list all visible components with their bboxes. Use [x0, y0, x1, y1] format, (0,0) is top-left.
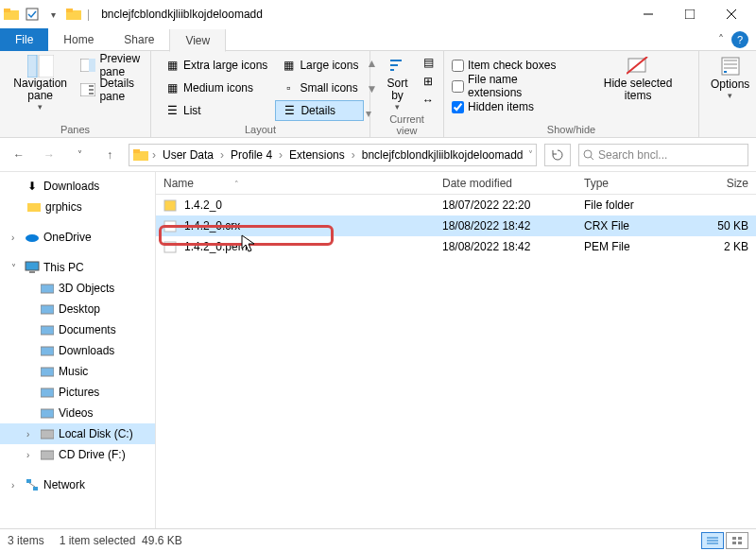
up-button[interactable]: ↑: [98, 144, 121, 166]
svg-rect-32: [41, 305, 54, 314]
tree-videos[interactable]: Videos: [0, 403, 155, 423]
layout-medium[interactable]: ▦Medium icons: [159, 77, 273, 98]
size-columns-icon[interactable]: ↔: [421, 93, 436, 108]
layout-extra-large[interactable]: ▦Extra large icons: [159, 55, 273, 76]
col-date[interactable]: Date modified: [435, 177, 576, 190]
svg-rect-44: [164, 221, 176, 232]
tab-share[interactable]: Share: [109, 28, 169, 51]
crumb-userdata[interactable]: User Data: [160, 148, 216, 162]
folder-icon: [4, 7, 19, 22]
search-input[interactable]: Search bncl...: [578, 144, 748, 166]
svg-rect-43: [164, 200, 176, 211]
minimize-button[interactable]: [627, 1, 669, 27]
crumb-extensions[interactable]: Extensions: [286, 148, 348, 162]
svg-point-28: [26, 234, 39, 242]
tree-network[interactable]: ›Network: [0, 474, 155, 495]
svg-rect-41: [33, 487, 38, 491]
layout-large[interactable]: ▦Large icons: [275, 55, 364, 76]
sort-by-button[interactable]: Sort by ▾: [378, 55, 417, 112]
add-columns-icon[interactable]: ⊞: [421, 74, 436, 89]
file-row[interactable]: 1.4.2_0.crx18/08/2022 18:42CRX File50 KB: [156, 215, 756, 236]
forward-button[interactable]: →: [38, 144, 60, 166]
help-icon[interactable]: ?: [731, 31, 748, 48]
tab-file[interactable]: File: [0, 28, 48, 51]
file-row[interactable]: 1.4.2_0.pem18/08/2022 18:42PEM File2 KB: [156, 236, 756, 257]
tree-music[interactable]: Music: [0, 361, 155, 382]
tree-pictures[interactable]: Pictures: [0, 382, 155, 403]
tree-documents[interactable]: Documents: [0, 319, 155, 340]
svg-rect-50: [738, 537, 742, 540]
preview-pane-button[interactable]: Preview pane: [80, 55, 143, 76]
status-bar: 3 items 1 item selected 49.6 KB: [0, 528, 756, 551]
layout-small[interactable]: ▫Small icons: [275, 77, 364, 98]
tab-home[interactable]: Home: [48, 28, 109, 51]
file-list: Name ˄ Date modified Type Size 1.4.2_018…: [156, 172, 756, 528]
refresh-button[interactable]: [544, 144, 571, 166]
svg-rect-45: [164, 242, 176, 252]
details-view-button[interactable]: [701, 532, 724, 549]
hide-selected-button[interactable]: Hide selected items: [585, 55, 691, 122]
file-extensions-toggle[interactable]: File name extensions: [452, 76, 574, 96]
svg-rect-9: [27, 55, 37, 77]
recent-locations-button[interactable]: ˅: [68, 144, 91, 166]
col-type[interactable]: Type: [576, 177, 680, 190]
pc-icon: [25, 260, 40, 275]
close-button[interactable]: [711, 1, 752, 27]
tree-downloads[interactable]: Downloads: [0, 340, 155, 361]
svg-rect-52: [738, 542, 742, 544]
details-pane-button[interactable]: Details pane: [80, 79, 143, 100]
search-icon: [583, 149, 594, 161]
svg-point-25: [584, 150, 592, 158]
address-bar: ← → ˅ ↑ › User Data› Profile 4› Extensio…: [0, 138, 756, 172]
crumb-profile4[interactable]: Profile 4: [228, 148, 275, 162]
onedrive-icon: [25, 230, 40, 245]
breadcrumb[interactable]: › User Data› Profile 4› Extensions› bncl…: [129, 144, 537, 166]
tree-desktop[interactable]: Desktop: [0, 299, 155, 319]
window-title: bnclejfcblondkjliiblkojdeloomadd: [101, 8, 263, 21]
svg-rect-33: [41, 326, 54, 335]
crumb-current[interactable]: bnclejfcblondkjliiblkojdeloomadd: [359, 148, 526, 162]
currentview-group-label: Current view: [378, 113, 436, 136]
breadcrumb-dropdown[interactable]: ˅: [528, 149, 533, 160]
navigation-pane-label: Navigation pane: [11, 77, 69, 102]
tree-cd-drive-f-[interactable]: ›CD Drive (F:): [0, 444, 155, 465]
navigation-pane-button[interactable]: Navigation pane ▾: [8, 55, 73, 122]
file-row[interactable]: 1.4.2_018/07/2022 22:20File folder: [156, 195, 756, 215]
col-name[interactable]: Name ˄: [156, 177, 435, 190]
tab-view[interactable]: View: [169, 29, 226, 52]
back-button[interactable]: ←: [8, 144, 30, 166]
svg-rect-40: [26, 479, 31, 483]
svg-rect-10: [39, 55, 54, 77]
svg-rect-2: [26, 9, 38, 20]
options-button[interactable]: Options ▾: [707, 55, 753, 122]
showhide-group-label: Show/hide: [452, 124, 691, 135]
svg-rect-15: [89, 89, 94, 91]
svg-line-26: [591, 157, 593, 160]
col-size[interactable]: Size: [680, 177, 756, 190]
tree-downloads[interactable]: ⬇Downloads: [0, 176, 155, 197]
svg-rect-4: [66, 9, 73, 12]
tree-grphics[interactable]: grphics: [0, 197, 155, 217]
svg-rect-29: [26, 262, 39, 270]
nav-tree: ⬇Downloads grphics ›OneDrive ˅This PC 3D…: [0, 172, 156, 528]
thumbnails-view-button[interactable]: [726, 532, 748, 549]
maximize-button[interactable]: [669, 1, 711, 27]
group-by-icon[interactable]: ▤: [421, 55, 436, 70]
panes-group-label: Panes: [8, 124, 143, 135]
layout-list[interactable]: ☰List: [159, 100, 273, 121]
hidden-items-toggle[interactable]: Hidden items: [452, 96, 574, 117]
svg-rect-38: [41, 430, 54, 439]
qat-checkbox-icon[interactable]: [25, 7, 40, 22]
folder-icon: [26, 199, 42, 215]
collapse-ribbon-icon[interactable]: ˄: [718, 33, 724, 46]
svg-rect-16: [89, 93, 94, 95]
qat-dropdown-icon[interactable]: ▾: [45, 7, 60, 22]
tree-thispc[interactable]: ˅This PC: [0, 257, 155, 278]
layout-group-label: Layout: [159, 124, 362, 135]
download-icon: ⬇: [25, 179, 40, 194]
tree-onedrive[interactable]: ›OneDrive: [0, 227, 155, 248]
tree-3d-objects[interactable]: 3D Objects: [0, 278, 155, 299]
tree-local-disk-c-[interactable]: ›Local Disk (C:): [0, 423, 155, 444]
layout-details[interactable]: ☰Details: [275, 100, 364, 121]
svg-rect-31: [41, 284, 54, 293]
